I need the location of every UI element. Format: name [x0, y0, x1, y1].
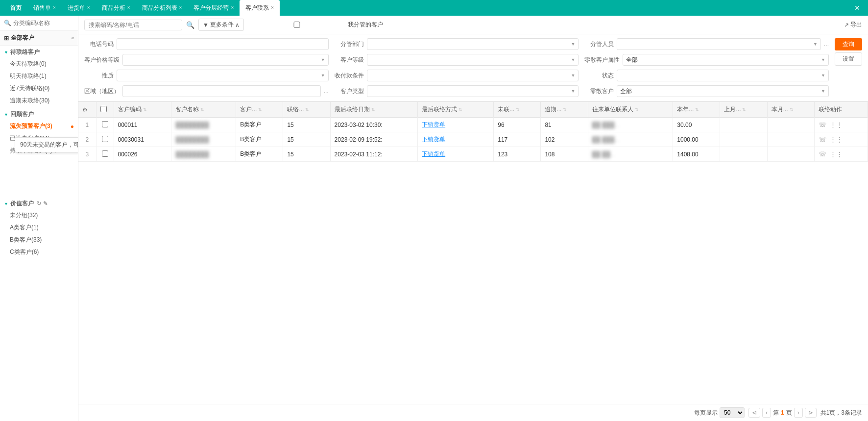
nav-analysis-list-label: 商品分析列表: [142, 0, 177, 16]
sort-overdue-icon[interactable]: ⇅: [563, 107, 567, 112]
region-input[interactable]: [122, 85, 321, 97]
row-last-method-3[interactable]: 下销货单: [418, 147, 494, 162]
sort-no-contact-icon[interactable]: ⇅: [516, 107, 520, 112]
sort-contact-icon[interactable]: ⇅: [305, 107, 309, 112]
filter-row-1: 电话号码 分管部门 ▼ 分管人员 ▼: [84, 38, 829, 50]
row-checkbox-3[interactable]: [96, 147, 114, 162]
filter-area: 电话号码 分管部门 ▼ 分管人员 ▼: [78, 34, 868, 102]
nav-analysis[interactable]: 商品分析 ×: [96, 0, 136, 16]
price-level-select[interactable]: ▼: [122, 54, 329, 66]
pg-last-btn[interactable]: ⊳: [805, 408, 817, 418]
th-overdue-label: 逾期...: [545, 105, 561, 114]
row-this-month-3: [767, 147, 814, 162]
contact-icon-1[interactable]: ☏: [819, 121, 826, 128]
sidebar-collapse-icon[interactable]: «: [71, 35, 74, 41]
nav-sales[interactable]: 销售单 ×: [27, 0, 62, 16]
nature-label: 性质: [84, 72, 114, 80]
region-more-btn[interactable]: ...: [324, 88, 329, 95]
pg-first-btn[interactable]: ⊲: [748, 408, 760, 418]
sidebar-item-class-c[interactable]: C类客户(6): [0, 246, 78, 258]
dept-select[interactable]: ▼: [367, 38, 579, 50]
sort-code-icon[interactable]: ⇅: [143, 107, 147, 112]
settings-button[interactable]: 设置: [835, 52, 862, 66]
retail-attr-select[interactable]: 全部 ▼: [623, 54, 829, 66]
sort-last-method-icon[interactable]: ⇅: [458, 107, 462, 112]
sort-type-icon[interactable]: ⇅: [258, 107, 262, 112]
th-code-label: 客户编码: [118, 105, 142, 114]
search-button[interactable]: 🔍: [186, 21, 194, 29]
sidebar-search-input[interactable]: [13, 20, 78, 26]
customer-type-select[interactable]: ▼: [367, 85, 579, 97]
sort-name-icon[interactable]: ⇅: [200, 107, 204, 112]
nav-home[interactable]: 首页: [4, 0, 27, 16]
contact-icon-2[interactable]: ☏: [819, 136, 826, 143]
sidebar-item-overdue[interactable]: 逾期未联络(30): [0, 95, 78, 107]
nav-customer-layer-close[interactable]: ×: [231, 0, 234, 16]
pg-prev-btn[interactable]: ‹: [762, 408, 771, 418]
filter-price-level: 客户价格等级 ▼: [84, 54, 329, 66]
row-checkbox-2[interactable]: [96, 132, 114, 147]
th-last-month-label: 上月...: [724, 105, 741, 114]
search-input[interactable]: [84, 20, 182, 30]
row-last-method-2[interactable]: 下销货单: [418, 132, 494, 147]
sort-last-month-icon[interactable]: ⇅: [742, 107, 746, 112]
sidebar-pending-header[interactable]: ▼ 待联络客户: [0, 46, 78, 58]
sidebar-valuable-header[interactable]: ▼ 价值客户 ↻ ✎: [0, 197, 78, 209]
table-header-row: ⚙ 客户编码 ⇅ 客户名称: [78, 102, 868, 118]
export-btn[interactable]: ↗ 导出: [844, 21, 862, 29]
customer-level-select[interactable]: ▼: [367, 54, 579, 66]
pg-next-btn[interactable]: ›: [794, 408, 803, 418]
sidebar-item-class-a[interactable]: A类客户(1): [0, 222, 78, 234]
retail-select[interactable]: 全部 ▼: [617, 85, 829, 97]
sort-this-month-icon[interactable]: ⇅: [790, 107, 794, 112]
dept-arrow: ▼: [571, 42, 575, 47]
nav-customer-layer-label: 客户分层经营: [193, 0, 229, 16]
row-action-2[interactable]: ☏ ⋮⋮: [814, 132, 868, 147]
sidebar-item-today[interactable]: 今天待联络(0): [0, 58, 78, 70]
more-conditions-btn[interactable]: ▼ 更多条件 ∧: [198, 19, 244, 31]
sort-contact-person-icon[interactable]: ⇅: [635, 107, 639, 112]
edit-icon[interactable]: ✎: [43, 200, 48, 207]
sidebar-lost-header[interactable]: ▼ 回顾客户: [0, 108, 78, 120]
nav-analysis-list[interactable]: 商品分析列表 ×: [136, 0, 188, 16]
sort-last-date-icon[interactable]: ⇅: [371, 107, 375, 112]
refresh-icon[interactable]: ↻: [37, 200, 41, 207]
more-action-icon-3[interactable]: ⋮⋮: [830, 150, 843, 158]
sidebar-item-class-b[interactable]: B类客户(33): [0, 234, 78, 246]
nav-sales-close[interactable]: ×: [53, 0, 56, 16]
my-customer-check[interactable]: [248, 22, 346, 28]
nav-analysis-close[interactable]: ×: [127, 0, 130, 16]
more-action-icon-2[interactable]: ⋮⋮: [830, 136, 843, 143]
nav-customer-contact[interactable]: 客户联系 ×: [240, 0, 280, 16]
sidebar-item-ungrouped[interactable]: 未分组(32): [0, 209, 78, 222]
status-select[interactable]: ▼: [617, 70, 829, 81]
phone-input[interactable]: [117, 38, 329, 50]
my-customer-checkbox[interactable]: 我分管的客户: [248, 21, 383, 29]
nature-select[interactable]: ▼: [117, 70, 329, 81]
nav-analysis-list-close[interactable]: ×: [179, 0, 182, 16]
sort-this-year-icon[interactable]: ⇅: [695, 107, 699, 112]
per-page-select[interactable]: 50 20 100: [720, 407, 745, 418]
row-last-method-1[interactable]: 下销货单: [418, 118, 494, 132]
close-all-btn[interactable]: ✕: [850, 4, 864, 12]
nav-customer-layer[interactable]: 客户分层经营 ×: [188, 0, 240, 16]
row-checkbox-1[interactable]: [96, 118, 114, 132]
manager-more-btn[interactable]: ...: [824, 41, 829, 48]
sidebar-item-warning[interactable]: 流失预警客户(3) ●: [0, 120, 78, 132]
sidebar-item-week7[interactable]: 近7天待联络(0): [0, 82, 78, 95]
nav-purchase[interactable]: 进货单 ×: [62, 0, 96, 16]
nav-customer-contact-close[interactable]: ×: [271, 0, 274, 16]
table-settings-icon[interactable]: ⚙: [82, 106, 88, 113]
nav-purchase-close[interactable]: ×: [87, 0, 90, 16]
row-action-1[interactable]: ☏ ⋮⋮: [814, 118, 868, 132]
manager-select[interactable]: ▼: [617, 38, 821, 50]
payment-select[interactable]: ▼: [367, 70, 579, 81]
row-action-3[interactable]: ☏ ⋮⋮: [814, 147, 868, 162]
query-button[interactable]: 查询: [835, 38, 862, 50]
sidebar-item-tomorrow[interactable]: 明天待联络(1): [0, 70, 78, 82]
more-action-icon-1[interactable]: ⋮⋮: [830, 121, 843, 128]
sidebar-all-customers[interactable]: ⊞ 全部客户 «: [0, 31, 78, 46]
select-all-checkbox[interactable]: [100, 106, 107, 112]
row-this-year-3: 1408.00: [673, 147, 720, 162]
contact-icon-3[interactable]: ☏: [819, 150, 826, 158]
